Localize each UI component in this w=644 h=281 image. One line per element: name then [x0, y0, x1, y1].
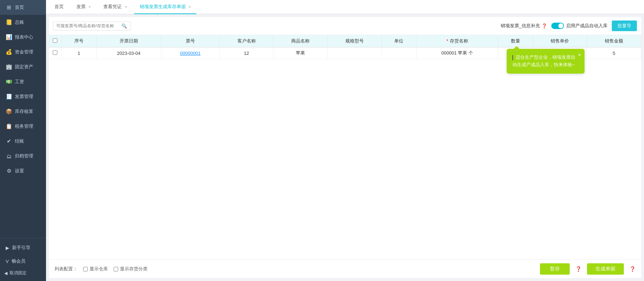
generate-help-icon[interactable]: ❓ [629, 266, 636, 272]
sidebar-item-settings[interactable]: ⚙ 设置 [0, 164, 46, 178]
toggle-area: 启用产成品自动入库 [551, 23, 608, 29]
row-amount: 5 [587, 47, 641, 59]
tax-icon: 📋 [6, 123, 12, 130]
home-icon: ⊞ [6, 4, 12, 11]
th-date: 开票日期 [96, 35, 161, 47]
row-product: 苹果 [274, 47, 328, 59]
auto-warehouse-toggle[interactable] [551, 23, 564, 29]
info-label-text: 销项发票_信息补充 [501, 23, 540, 29]
tab-invoice[interactable]: 发票 × [71, 0, 96, 14]
info-label: 销项发票_信息补充 ❓ [501, 23, 547, 29]
tab-home[interactable]: 首页 [49, 0, 69, 14]
sidebar-item-gl-label: 总账 [15, 19, 24, 25]
show-category-checkbox-item[interactable]: 显示存货分类 [114, 266, 148, 272]
show-warehouse-checkbox[interactable] [83, 267, 88, 271]
sidebar-bottom: ▶ 新手引导 V 畅会员 ◀ 取消固定 [0, 238, 46, 281]
sidebar-item-general-ledger[interactable]: 📒 总账 [0, 15, 46, 30]
th-qty: 数量 [498, 35, 533, 47]
search-box[interactable]: 🔍 [53, 22, 131, 30]
reports-icon: 📊 [6, 34, 12, 40]
sidebar-item-tax-label: 税务管理 [15, 123, 33, 130]
action-buttons: 暂存 ❓ 生成单据 ❓ [540, 263, 636, 275]
sidebar-item-funds[interactable]: 💰 资金管理 [0, 45, 46, 59]
close-voucher-tab-icon[interactable]: × [125, 5, 127, 9]
show-warehouse-checkbox-item[interactable]: 显示仓库 [83, 266, 108, 272]
table-header-row: 序号 开票日期 票号 客户名称 商品名称 规格型号 单位 存货名称 数量 销售单… [49, 35, 641, 47]
close-invoice-tab-icon[interactable]: × [88, 5, 91, 9]
unpin-bar[interactable]: ◀ 取消固定 [0, 268, 46, 278]
th-product: 商品名称 [274, 35, 328, 47]
ledger-icon: 📒 [6, 19, 12, 25]
tab-generate[interactable]: 销项发票生成库存单据 × [134, 0, 196, 14]
toolbar: 🔍 销项发票_信息补充 ❓ 启用产成品自动入库 批量导 [49, 17, 641, 35]
sidebar-item-fa-label: 固定资产 [15, 64, 33, 70]
search-icon: 🔍 [121, 23, 127, 29]
tab-home-label: 首页 [54, 4, 64, 10]
sidebar-item-tax[interactable]: 📋 税务管理 [0, 119, 46, 134]
main-area: 首页 发票 × 查看凭证 × 销项发票生成库存单据 × 🔍 销项发票_信息补充 … [46, 0, 644, 281]
tooltip-text: 适合生产型企业，销项发票自动生成产成品入库，快来体验~ [512, 55, 575, 67]
generate-button[interactable]: 生成单据 [587, 263, 624, 275]
select-all-checkbox[interactable] [53, 38, 57, 43]
th-unit-price: 销售单价 [533, 35, 587, 47]
sidebar-item-inventory[interactable]: 📦 库存核算 [0, 104, 46, 119]
guide-icon: ▶ [6, 245, 9, 251]
batch-import-button[interactable]: 批量导 [612, 21, 637, 31]
row-customer: 12 [219, 47, 274, 59]
fixed-assets-icon: 🏢 [6, 64, 12, 70]
row-inventory: 000001 苹果 个 [416, 47, 498, 59]
tab-voucher[interactable]: 查看凭证 × [98, 0, 132, 14]
tab-invoice-label: 发票 [76, 4, 86, 10]
sidebar-item-fixed-assets[interactable]: 🏢 固定资产 [0, 59, 46, 74]
payroll-icon: 💵 [6, 79, 12, 85]
sidebar-item-member[interactable]: V 畅会员 [0, 254, 46, 268]
funds-icon: 💰 [6, 49, 12, 55]
settings-icon: ⚙ [6, 168, 12, 174]
sidebar-item-funds-label: 资金管理 [15, 49, 33, 55]
sidebar-item-home-label: 首页 [15, 4, 24, 11]
row-ticket-no[interactable]: 00000001 [161, 47, 219, 59]
th-amount: 销售金额 [587, 35, 641, 47]
tab-voucher-label: 查看凭证 [103, 4, 122, 10]
sidebar-item-reconciliation[interactable]: ✔ 结账 [0, 134, 46, 149]
inventory-icon: 📦 [6, 108, 12, 115]
row-unit [381, 47, 416, 59]
show-warehouse-label: 显示仓库 [90, 266, 108, 272]
close-generate-tab-icon[interactable]: × [189, 5, 191, 9]
sidebar-item-settings-label: 设置 [15, 168, 24, 174]
sidebar-item-home[interactable]: ⊞ 首页 [0, 0, 46, 15]
member-icon: V [6, 259, 9, 264]
sidebar-item-guide-label: 新手引导 [12, 245, 30, 251]
sidebar-item-payroll[interactable]: 💵 工资 [0, 74, 46, 89]
save-button[interactable]: 暂存 [540, 263, 570, 275]
th-ticket-no: 票号 [161, 35, 219, 47]
tab-generate-label: 销项发票生成库存单据 [140, 4, 186, 10]
list-config-label: 列表配置： [54, 266, 77, 272]
sidebar-item-payroll-label: 工资 [15, 79, 24, 85]
row-checkbox[interactable] [53, 50, 57, 55]
save-help-icon[interactable]: ❓ [575, 266, 581, 272]
row-date: 2023-03-04 [96, 47, 161, 59]
show-category-checkbox[interactable] [114, 267, 118, 271]
sidebar-item-invoice-label: 发票管理 [15, 93, 33, 100]
sidebar-item-reports[interactable]: 📊 报表中心 [0, 30, 46, 45]
th-checkbox [49, 35, 62, 47]
tooltip-close-icon[interactable]: × [578, 51, 581, 59]
bottom-bar: 列表配置： 显示仓库 显示存货分类 暂存 ❓ 生成单据 ❓ [49, 259, 641, 278]
th-unit: 单位 [381, 35, 416, 47]
sidebar-item-archive[interactable]: 🗂 归档管理 [0, 149, 46, 164]
page-content: 🔍 销项发票_信息补充 ❓ 启用产成品自动入库 批量导 序 [49, 17, 641, 278]
show-category-label: 显示存货分类 [120, 266, 148, 272]
invoice-mgmt-icon: 🧾 [6, 93, 12, 100]
sidebar-item-invoice-mgmt[interactable]: 🧾 发票管理 [0, 89, 46, 104]
tooltip-popup: × 适合生产型企业，销项发票自动生成产成品入库，快来体验~ [507, 49, 585, 74]
unpin-icon: ◀ [4, 271, 7, 276]
sidebar-item-archive-label: 归档管理 [15, 153, 33, 159]
th-customer: 客户名称 [219, 35, 274, 47]
sidebar-item-guide[interactable]: ▶ 新手引导 [0, 241, 46, 254]
row-checkbox-cell [49, 47, 62, 59]
sidebar-item-reports-label: 报表中心 [15, 34, 33, 40]
sidebar-item-inventory-label: 库存核算 [15, 108, 33, 115]
info-help-icon[interactable]: ❓ [541, 23, 547, 29]
search-input[interactable] [56, 23, 120, 28]
